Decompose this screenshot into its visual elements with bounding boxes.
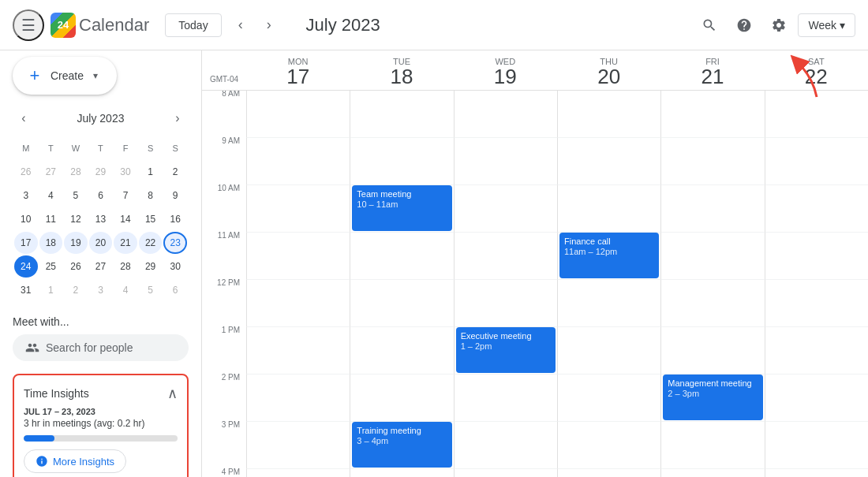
cal-day[interactable]: 1 bbox=[139, 161, 163, 183]
time-slot-thu-9[interactable] bbox=[557, 138, 660, 185]
cal-day[interactable]: 18 bbox=[39, 232, 63, 254]
event-training-meeting[interactable]: Training meeting 3 – 4pm bbox=[352, 422, 451, 468]
prev-button[interactable]: ‹ bbox=[228, 13, 253, 38]
cal-day[interactable]: 6 bbox=[89, 184, 113, 207]
help-button[interactable] bbox=[728, 9, 760, 41]
time-slot-fri-16[interactable] bbox=[660, 469, 764, 477]
cal-day[interactable]: 26 bbox=[14, 161, 38, 183]
time-slot-mon-8[interactable] bbox=[246, 91, 350, 138]
time-slot-fri-10[interactable] bbox=[660, 185, 764, 233]
cal-day[interactable]: 1 bbox=[39, 279, 63, 301]
time-slot-thu-11[interactable]: Finance call 11am – 12pm bbox=[557, 233, 660, 280]
time-slot-sat-8[interactable] bbox=[765, 91, 868, 138]
time-slot-wed-9[interactable] bbox=[454, 138, 557, 185]
cal-day[interactable]: 14 bbox=[114, 208, 137, 230]
time-slot-thu-13[interactable] bbox=[557, 327, 660, 375]
cal-day[interactable]: 5 bbox=[64, 184, 88, 207]
cal-day[interactable]: 6 bbox=[163, 279, 187, 301]
cal-day[interactable]: 21 bbox=[114, 232, 137, 254]
cal-day[interactable]: 15 bbox=[139, 208, 163, 230]
time-slot-tue-11[interactable] bbox=[350, 233, 453, 280]
cal-day[interactable]: 8 bbox=[139, 184, 163, 207]
time-slot-mon-14[interactable] bbox=[246, 375, 350, 422]
cal-day[interactable]: 22 bbox=[139, 232, 163, 254]
time-slot-mon-13[interactable] bbox=[246, 327, 350, 375]
event-finance-call[interactable]: Finance call 11am – 12pm bbox=[559, 233, 659, 278]
search-button[interactable] bbox=[694, 9, 725, 41]
time-slot-wed-16[interactable] bbox=[454, 469, 557, 477]
time-slot-tue-16[interactable] bbox=[350, 469, 453, 477]
mini-cal-prev[interactable]: ‹ bbox=[13, 107, 35, 129]
time-slot-sat-13[interactable] bbox=[765, 327, 868, 375]
settings-button[interactable] bbox=[763, 9, 795, 41]
cal-day[interactable]: 7 bbox=[114, 184, 137, 207]
time-slot-tue-8[interactable] bbox=[350, 91, 453, 138]
cal-day[interactable]: 26 bbox=[64, 255, 88, 278]
time-slot-fri-11[interactable] bbox=[660, 233, 764, 280]
time-slot-mon-16[interactable] bbox=[246, 469, 350, 477]
cal-day[interactable]: 2 bbox=[163, 161, 187, 183]
cal-day[interactable]: 4 bbox=[114, 279, 137, 301]
time-slot-wed-14[interactable] bbox=[454, 375, 557, 422]
event-executive-meeting[interactable]: Executive meeting 1 – 2pm bbox=[456, 327, 556, 373]
time-slot-thu-14[interactable] bbox=[557, 375, 660, 422]
cal-day[interactable]: 25 bbox=[39, 255, 63, 278]
time-slot-fri-15[interactable] bbox=[660, 422, 764, 469]
time-slot-sat-15[interactable] bbox=[765, 422, 868, 469]
cal-day-23[interactable]: 23 bbox=[163, 232, 187, 254]
time-slot-wed-11[interactable] bbox=[454, 233, 557, 280]
time-slot-tue-12[interactable] bbox=[350, 280, 453, 327]
time-slot-tue-14[interactable] bbox=[350, 375, 453, 422]
cal-day[interactable]: 28 bbox=[114, 255, 137, 278]
time-slot-wed-15[interactable] bbox=[454, 422, 557, 469]
time-slot-thu-10[interactable] bbox=[557, 185, 660, 233]
cal-day-today[interactable]: 24 bbox=[14, 255, 38, 278]
cal-day[interactable]: 19 bbox=[64, 232, 88, 254]
time-slot-fri-8[interactable] bbox=[660, 91, 764, 138]
time-slot-tue-9[interactable] bbox=[350, 138, 453, 185]
time-slot-thu-16[interactable] bbox=[557, 469, 660, 477]
cal-day[interactable]: 13 bbox=[89, 208, 113, 230]
time-slot-sat-11[interactable] bbox=[765, 233, 868, 280]
time-slot-sat-10[interactable] bbox=[765, 185, 868, 233]
cal-day[interactable]: 27 bbox=[39, 161, 63, 183]
event-team-meeting[interactable]: Team meeting 10 – 11am bbox=[352, 185, 451, 231]
cal-day[interactable]: 30 bbox=[163, 255, 187, 278]
cal-day[interactable]: 2 bbox=[64, 279, 88, 301]
mini-cal-next[interactable]: › bbox=[166, 107, 189, 129]
time-grid-scroll[interactable]: 8 AM 9 AM 10 AM bbox=[202, 91, 868, 477]
cal-day[interactable]: 16 bbox=[163, 208, 187, 230]
time-slot-tue-13[interactable] bbox=[350, 327, 453, 375]
time-slot-thu-15[interactable] bbox=[557, 422, 660, 469]
cal-day[interactable]: 11 bbox=[39, 208, 63, 230]
time-slot-thu-12[interactable] bbox=[557, 280, 660, 327]
time-slot-sat-14[interactable] bbox=[765, 375, 868, 422]
view-selector[interactable]: Week ▾ bbox=[798, 13, 855, 37]
more-insights-button[interactable]: More Insights bbox=[24, 449, 126, 473]
cal-day[interactable]: 28 bbox=[64, 161, 88, 183]
cal-day[interactable]: 3 bbox=[14, 184, 38, 207]
insights-collapse-button[interactable]: ∧ bbox=[167, 385, 178, 402]
today-button[interactable]: Today bbox=[165, 13, 221, 37]
cal-day[interactable]: 9 bbox=[163, 184, 187, 207]
create-button[interactable]: + Create ▾ bbox=[13, 57, 117, 95]
cal-day[interactable]: 29 bbox=[89, 161, 113, 183]
time-slot-wed-8[interactable] bbox=[454, 91, 557, 138]
menu-button[interactable]: ☰ bbox=[13, 9, 44, 41]
cal-day[interactable]: 30 bbox=[114, 161, 137, 183]
time-slot-mon-10[interactable] bbox=[246, 185, 350, 233]
time-slot-sat-12[interactable] bbox=[765, 280, 868, 327]
cal-day[interactable]: 27 bbox=[89, 255, 113, 278]
cal-day[interactable]: 20 bbox=[89, 232, 113, 254]
time-slot-mon-9[interactable] bbox=[246, 138, 350, 185]
cal-day[interactable]: 10 bbox=[14, 208, 38, 230]
event-management-meeting[interactable]: Management meeting 2 – 3pm bbox=[663, 375, 762, 420]
cal-day[interactable]: 5 bbox=[139, 279, 163, 301]
time-slot-sat-9[interactable] bbox=[765, 138, 868, 185]
time-slot-wed-12[interactable] bbox=[454, 280, 557, 327]
time-slot-mon-11[interactable] bbox=[246, 233, 350, 280]
search-people-button[interactable]: Search for people bbox=[13, 334, 189, 361]
time-slot-fri-12[interactable] bbox=[660, 280, 764, 327]
time-slot-wed-13[interactable]: Executive meeting 1 – 2pm bbox=[454, 327, 557, 375]
time-slot-tue-10[interactable]: Team meeting 10 – 11am bbox=[350, 185, 453, 233]
